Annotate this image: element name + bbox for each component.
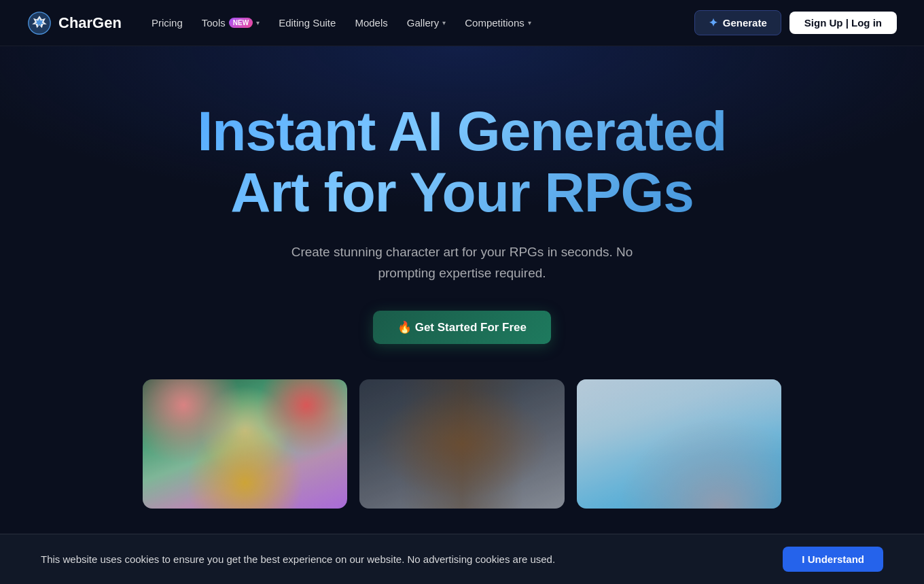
logo-icon bbox=[27, 11, 52, 35]
nav-item-competitions[interactable]: Competitions ▾ bbox=[457, 13, 539, 33]
card-overlay-3 bbox=[577, 379, 781, 509]
signup-label: Sign Up | Log in bbox=[804, 17, 882, 29]
nav-pricing-label: Pricing bbox=[152, 17, 183, 29]
gallery-preview bbox=[27, 379, 897, 509]
card-overlay-2 bbox=[359, 379, 564, 509]
gallery-card-2 bbox=[359, 379, 564, 509]
generate-label: Generate bbox=[723, 17, 767, 29]
hero-title: Instant AI Generated Art for Your RPGs bbox=[156, 101, 768, 223]
competitions-chevron-icon: ▾ bbox=[528, 19, 531, 27]
nav-models-label: Models bbox=[355, 17, 387, 29]
cookie-accept-button[interactable]: I Understand bbox=[783, 547, 883, 572]
nav-editing-label: Editing Suite bbox=[279, 17, 336, 29]
cookie-message: This website uses cookies to ensure you … bbox=[41, 553, 756, 565]
nav-gallery-label: Gallery bbox=[407, 17, 440, 29]
signup-button[interactable]: Sign Up | Log in bbox=[789, 12, 897, 34]
hero-subtitle: Create stunning character art for your R… bbox=[285, 242, 639, 284]
nav-competitions-label: Competitions bbox=[465, 17, 525, 29]
tools-new-badge: New bbox=[229, 18, 253, 28]
nav-item-pricing[interactable]: Pricing bbox=[143, 13, 191, 33]
generate-button[interactable]: ✦ Generate bbox=[694, 10, 781, 35]
nav-item-tools[interactable]: Tools New ▾ bbox=[194, 13, 268, 33]
cookie-accept-label: I Understand bbox=[802, 553, 864, 565]
cookie-banner: This website uses cookies to ensure you … bbox=[0, 534, 924, 584]
gallery-card-1 bbox=[143, 379, 347, 509]
tools-chevron-icon: ▾ bbox=[256, 19, 260, 27]
logo-link[interactable]: CharGen bbox=[27, 11, 122, 35]
nav-links: Pricing Tools New ▾ Editing Suite Models… bbox=[143, 13, 539, 33]
nav-left: CharGen Pricing Tools New ▾ Editing Suit… bbox=[27, 11, 539, 35]
card-overlay-1 bbox=[143, 379, 347, 509]
gallery-chevron-icon: ▾ bbox=[442, 19, 446, 27]
navbar: CharGen Pricing Tools New ▾ Editing Suit… bbox=[0, 0, 924, 46]
nav-item-editing-suite[interactable]: Editing Suite bbox=[270, 13, 344, 33]
gallery-card-3 bbox=[577, 379, 781, 509]
generate-sparkle-icon: ✦ bbox=[709, 16, 717, 29]
nav-tools-label: Tools bbox=[202, 17, 226, 29]
logo-text: CharGen bbox=[58, 14, 122, 32]
cta-button[interactable]: 🔥 Get Started For Free bbox=[373, 311, 551, 344]
nav-item-models[interactable]: Models bbox=[346, 13, 395, 33]
hero-section: Instant AI Generated Art for Your RPGs C… bbox=[0, 46, 924, 509]
cta-label: 🔥 Get Started For Free bbox=[397, 320, 527, 334]
nav-item-gallery[interactable]: Gallery ▾ bbox=[399, 13, 455, 33]
nav-right: ✦ Generate Sign Up | Log in bbox=[694, 10, 897, 35]
